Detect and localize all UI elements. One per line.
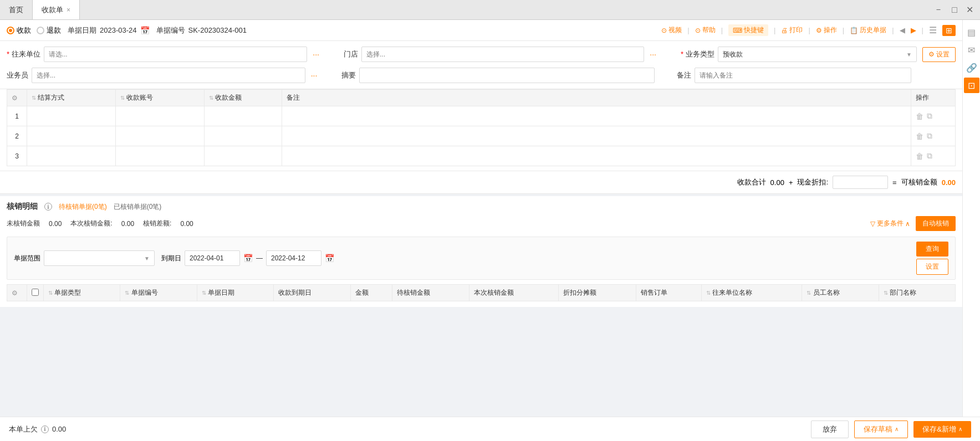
bcol11: 员工名称 [813,289,840,296]
date-to-input[interactable] [266,250,321,266]
more-conditions-button[interactable]: ▽ 更多条件 ∧ [870,219,910,228]
store-input[interactable] [361,47,644,62]
row1-copy-icon[interactable]: ⧉ [927,111,932,121]
business-type-select[interactable]: 预收款 ▼ [718,47,917,62]
row1-delete-icon[interactable]: 🗑 [916,112,923,121]
divider6: | [892,26,894,34]
close-button[interactable]: ✕ [964,4,976,15]
print-icon: 🖨 [781,27,788,34]
bcol4: 收款到期日 [278,289,312,296]
no-label: 单据编号 [156,25,185,35]
receipt-radio[interactable]: 收款 [7,25,31,35]
date-to-calendar-icon[interactable]: 📅 [325,254,334,263]
window-controls: － □ ✕ [932,4,980,16]
verify-title: 核销明细 [7,202,38,212]
save-draft-arrow: ∧ [895,426,899,432]
sidebar-link-icon[interactable]: 🔗 [964,60,979,75]
tab-home[interactable]: 首页 [0,0,33,19]
range-select[interactable]: ▼ [44,250,155,266]
range-field: 单据范围 ▼ [14,250,155,266]
operations-icon: ⚙ [816,27,822,34]
bcol1: 单据类型 [54,289,81,296]
date-from-input[interactable] [185,250,240,266]
required-star: * [7,50,9,58]
tab-receipt[interactable]: 收款单 × [33,0,80,19]
query-button[interactable]: 查询 [916,242,948,257]
shortcut-link[interactable]: ⌨ 快捷键 [728,24,768,36]
done-tab[interactable]: 已核销单据(0笔) [114,202,162,212]
sidebar-expand-icon[interactable]: ⊡ [964,78,979,93]
prev-next-info-icon[interactable]: ℹ [41,425,49,433]
date-from-calendar-icon[interactable]: 📅 [243,254,253,263]
operations-link[interactable]: ⚙ 操作 [816,25,837,35]
filter-settings-button[interactable]: 设置 [916,259,948,275]
date-field: 单据日期 2023-03-24 📅 [68,25,150,35]
minimize-button[interactable]: － [932,4,945,16]
divider5: | [843,26,844,34]
verify-info-icon[interactable]: ℹ [44,203,52,211]
receipt-radio-circle [7,27,14,34]
summary-input[interactable] [359,68,654,83]
prev-next-value: 0.00 [52,425,66,433]
remark-input[interactable] [695,68,911,83]
row2-copy-icon[interactable]: ⧉ [927,131,932,141]
help-link[interactable]: ⊙ 帮助 [695,25,716,35]
save-draft-button[interactable]: 保存草稿 ∧ [854,421,908,438]
current-label: 本次核销金额: [70,219,112,228]
summary-field: 摘要 [341,68,654,83]
bcol3: 单据日期 [208,289,234,296]
maximize-button[interactable]: □ [950,5,959,15]
store-field: 门店 ··· [344,47,659,62]
range-select-arrow: ▼ [144,255,150,261]
unverified-label: 未核销金额 [7,219,40,228]
video-link[interactable]: ⊙ 视频 [661,25,682,35]
counterparty-input[interactable] [44,47,308,62]
bcol5: 金额 [355,289,369,296]
receipt-table: ⚙ ⇅ 结算方式 ⇅ 收款账号 ⇅ 收款金额 [7,89,956,166]
row2-delete-icon[interactable]: 🗑 [916,132,923,141]
discount-input[interactable] [833,176,888,189]
staff-field: 业务员 ··· [7,68,319,83]
staff-more-icon[interactable]: ··· [309,71,320,80]
row3-copy-icon[interactable]: ⧉ [927,151,932,161]
select-all-checkbox[interactable] [32,289,39,296]
history-icon: 📋 [850,27,858,34]
list-view-icon[interactable]: ☰ [929,25,937,35]
col-settlement: 结算方式 [38,94,64,101]
tab-close-icon[interactable]: × [67,6,70,14]
col-amount: 收款金额 [215,94,242,101]
right-sidebar: ▤ ✉ 🔗 ⊡ [962,20,980,441]
footer: 本单上欠 ℹ 0.00 放弃 保存草稿 ∧ 保存&新增 ∧ [0,417,980,441]
table-row: 1 🗑 ⧉ [7,106,956,126]
nav-right-icon[interactable]: ▶ [911,26,916,34]
bcol7: 本次核销金额 [474,289,514,296]
tab-bar: 首页 收款单 × － □ ✕ [0,0,980,20]
auto-verify-button[interactable]: 自动核销 [916,216,956,231]
video-icon: ⊙ [661,27,667,34]
counterparty-label: * 往来单位 [7,49,40,59]
staff-input[interactable] [32,68,305,83]
divider7: | [922,26,923,34]
nav-left-icon[interactable]: ◀ [900,26,905,34]
history-link[interactable]: 📋 历史单据 [850,25,886,35]
store-more-icon[interactable]: ··· [647,50,659,59]
grid-view-icon[interactable]: ⊞ [942,25,956,36]
date-calendar-icon[interactable]: 📅 [140,26,150,35]
counterparty-more-icon[interactable]: ··· [310,50,321,59]
sidebar-mail-icon[interactable]: ✉ [964,42,979,58]
remark-label: 备注 [677,70,691,80]
refund-radio[interactable]: 退款 [37,25,61,35]
bcol12: 部门名称 [890,289,916,296]
bottom-table-settings-icon[interactable]: ⚙ [12,289,18,297]
pending-tab[interactable]: 待核销单据(0笔) [59,202,107,212]
discard-button[interactable]: 放弃 [811,421,849,438]
form-settings-button[interactable]: ⚙ 设置 [922,47,956,62]
discount-label: 现金折扣: [797,177,828,187]
table-settings-icon[interactable]: ⚙ [12,94,18,102]
toolbar-actions: ⊙ 视频 | ⊙ 帮助 | ⌨ 快捷键 | 🖨 打印 | [661,24,956,36]
sidebar-table-icon[interactable]: ▤ [964,24,979,40]
top-toolbar: 收款 退款 单据日期 2023-03-24 📅 单据编号 SK-20230324… [0,20,962,41]
print-link[interactable]: 🖨 打印 [781,25,803,35]
save-new-button[interactable]: 保存&新增 ∧ [913,421,971,438]
row3-delete-icon[interactable]: 🗑 [916,152,923,161]
